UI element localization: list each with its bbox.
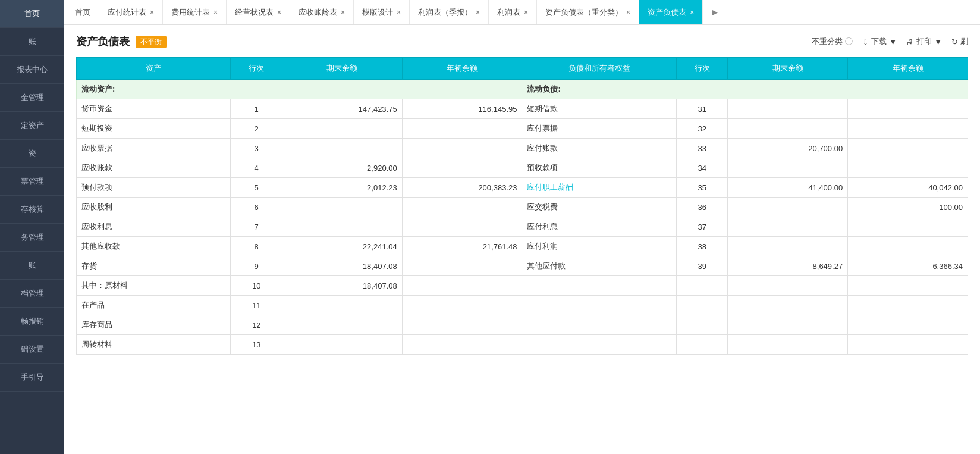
year-begin-12 — [402, 335, 522, 355]
tab-close-profit[interactable]: × — [524, 8, 528, 17]
tab-template[interactable]: 模版设计 × — [354, 0, 410, 25]
period-end-8: 18,407.08 — [282, 256, 402, 276]
liability-label-1: 应付票据 — [522, 119, 676, 139]
liability-label-7: 应付利润 — [522, 237, 676, 256]
period-end2-10 — [728, 296, 848, 315]
year-begin2-11 — [848, 315, 968, 335]
asset-label-5: 应收股利 — [77, 198, 231, 217]
header-period-end2: 期末余额 — [728, 58, 848, 80]
period-end2-8: 8,649.27 — [728, 256, 848, 276]
section-assets-label: 流动资产: — [77, 80, 522, 99]
period-end-11 — [282, 315, 402, 335]
tab-scroll-right[interactable]: ► — [705, 7, 724, 18]
tab-profit-quarterly[interactable]: 利润表（季报） × — [410, 0, 489, 25]
period-end2-2: 20,700.00 — [728, 139, 848, 158]
row-num-12: 13 — [231, 335, 282, 355]
row-num2-4: 35 — [676, 178, 727, 198]
sidebar-item-investment[interactable]: 资 — [0, 140, 64, 168]
year-begin-11 — [402, 315, 522, 335]
row-num-1: 2 — [231, 119, 282, 139]
tab-close-profit-quarterly[interactable]: × — [476, 8, 480, 17]
sidebar-item-report-center[interactable]: 报表中心 — [0, 56, 64, 84]
row-num2-10 — [676, 296, 727, 315]
main-area: 首页 应付统计表 × 费用统计表 × 经营状况表 × 应收账龄表 × 模版设计 … — [64, 0, 980, 454]
row-num2-5: 36 — [676, 198, 727, 217]
period-end2-12 — [728, 335, 848, 355]
year-begin2-10 — [848, 296, 968, 315]
sidebar-item-bill-mgmt[interactable]: 票管理 — [0, 168, 64, 196]
tab-close-balance[interactable]: × — [690, 8, 694, 17]
sidebar-item-guide[interactable]: 手引导 — [0, 364, 64, 392]
tab-balance[interactable]: 资产负债表 × — [639, 0, 703, 25]
table-row: 其他应收款 8 22,241.04 21,761.48 应付利润 38 — [77, 237, 968, 256]
period-end-4: 2,012.23 — [282, 178, 402, 198]
tab-balance-reclass[interactable]: 资产负债表（重分类） × — [537, 0, 639, 25]
print-action[interactable]: 🖨 打印 ▼ — [906, 36, 942, 47]
tab-close-template[interactable]: × — [397, 8, 401, 17]
year-begin2-8: 6,366.34 — [848, 256, 968, 276]
tab-operation[interactable]: 经营状况表 × — [227, 0, 290, 25]
sidebar-item-ledger[interactable]: 账 — [0, 28, 64, 56]
liability-label-4: 应付职工薪酬 — [522, 178, 676, 198]
tab-profit[interactable]: 利润表 × — [489, 0, 537, 25]
period-end2-0 — [728, 99, 848, 119]
sidebar-item-tax[interactable]: 务管理 — [0, 224, 64, 252]
table-row: 应收股利 6 应交税费 36 100.00 — [77, 198, 968, 217]
tab-expense-stats[interactable]: 费用统计表 × — [163, 0, 227, 25]
year-begin-0: 116,145.95 — [402, 99, 522, 119]
sidebar-item-home[interactable]: 首页 — [0, 0, 64, 28]
row-num2-6: 37 — [676, 217, 727, 237]
liability-label-9 — [522, 276, 676, 296]
sidebar-item-cash[interactable]: 金管理 — [0, 84, 64, 112]
header-liability: 负债和所有者权益 — [522, 58, 676, 80]
tab-close-ar-aging[interactable]: × — [341, 8, 345, 17]
liability-label-6: 应付利息 — [522, 217, 676, 237]
refresh-icon: ↻ — [951, 37, 958, 46]
liability-label-10 — [522, 296, 676, 315]
year-begin-4: 200,383.23 — [402, 178, 522, 198]
sidebar: 首页 账 报表中心 金管理 定资产 资 票管理 存核算 务管理 账 档管理 畅报… — [0, 0, 64, 454]
sidebar-item-inventory[interactable]: 存核算 — [0, 196, 64, 224]
header-actions: 不重分类 ⓘ ⇩ 下载 ▼ 🖨 打印 ▼ ↻ 刷 — [812, 36, 968, 47]
tab-payable-stats[interactable]: 应付统计表 × — [99, 0, 163, 25]
tab-close-expense-stats[interactable]: × — [213, 8, 218, 17]
table-row: 预付款项 5 2,012.23 200,383.23 应付职工薪酬 35 41,… — [77, 178, 968, 198]
year-begin2-7 — [848, 237, 968, 256]
download-action[interactable]: ⇩ 下载 ▼ — [862, 36, 897, 47]
row-num-10: 11 — [231, 296, 282, 315]
tab-close-operation[interactable]: × — [277, 8, 281, 17]
no-reclass-action[interactable]: 不重分类 ⓘ — [812, 36, 853, 47]
refresh-action[interactable]: ↻ 刷 — [951, 36, 968, 47]
tab-home[interactable]: 首页 — [67, 0, 99, 25]
sidebar-item-account[interactable]: 账 — [0, 252, 64, 280]
sidebar-item-docs[interactable]: 档管理 — [0, 280, 64, 308]
sidebar-item-expense[interactable]: 畅报销 — [0, 308, 64, 336]
tab-ar-aging[interactable]: 应收账龄表 × — [290, 0, 354, 25]
header-year-begin: 年初余额 — [402, 58, 522, 80]
sidebar-item-settings[interactable]: 础设置 — [0, 336, 64, 364]
tab-close-balance-reclass[interactable]: × — [626, 8, 630, 17]
refresh-label: 刷 — [960, 36, 968, 47]
period-end2-4: 41,400.00 — [728, 178, 848, 198]
asset-label-9: 其中：原材料 — [77, 276, 231, 296]
asset-label-2: 应收票据 — [77, 139, 231, 158]
table-row: 存货 9 18,407.08 其他应付款 39 8,649.27 6,366.3… — [77, 256, 968, 276]
year-begin2-12 — [848, 335, 968, 355]
period-end2-9 — [728, 276, 848, 296]
tab-close-payable-stats[interactable]: × — [150, 8, 154, 17]
sidebar-item-fixed-assets[interactable]: 定资产 — [0, 112, 64, 140]
row-num-5: 6 — [231, 198, 282, 217]
period-end-9: 18,407.08 — [282, 276, 402, 296]
row-num-7: 8 — [231, 237, 282, 256]
asset-label-12: 周转材料 — [77, 335, 231, 355]
balance-table: 资产 行次 期末余额 年初余额 负债和所有者权益 行次 期末余额 年初余额 流动… — [76, 57, 968, 355]
print-chevron-icon: ▼ — [934, 37, 942, 46]
period-end-12 — [282, 335, 402, 355]
row-num2-9 — [676, 276, 727, 296]
asset-label-0: 货币资金 — [77, 99, 231, 119]
header-period-end: 期末余额 — [282, 58, 402, 80]
year-begin2-4: 40,042.00 — [848, 178, 968, 198]
header-rownum2: 行次 — [676, 58, 727, 80]
year-begin2-2 — [848, 139, 968, 158]
row-num2-3: 34 — [676, 158, 727, 178]
